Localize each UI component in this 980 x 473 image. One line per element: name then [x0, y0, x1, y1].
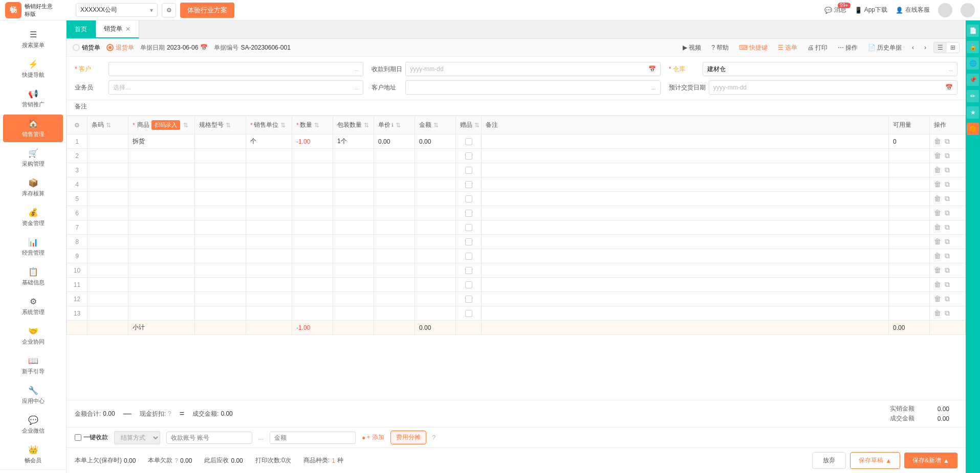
row-product[interactable] [128, 149, 195, 163]
sidebar-item-basic[interactable]: 📋 基础信息 [3, 263, 63, 290]
row-gift[interactable] [456, 263, 482, 278]
row-pkgqty[interactable]: 1个 [333, 134, 374, 149]
row-barcode[interactable] [88, 263, 128, 278]
row-price[interactable]: 0.00 [374, 134, 415, 149]
row-product[interactable] [128, 235, 195, 249]
tab-close-icon[interactable]: ✕ [125, 26, 130, 33]
ops-btn[interactable]: ⋯ 操作 [835, 42, 861, 53]
sidebar-item-marketing[interactable]: 📢 营销推广 [3, 85, 63, 112]
row-gift[interactable] [456, 177, 482, 192]
radio-return[interactable]: 退货单 [106, 43, 134, 52]
row-amount[interactable] [415, 306, 456, 321]
row-unit[interactable] [246, 149, 292, 163]
row-qty[interactable] [292, 263, 333, 278]
sidebar-item-system[interactable]: ⚙ 系统管理 [3, 292, 63, 320]
header-settings[interactable]: ⚙ [67, 116, 88, 134]
view-list-btn[interactable]: ☰ [934, 42, 947, 53]
row-note[interactable] [482, 149, 889, 163]
row-spec[interactable] [195, 263, 246, 278]
row-product[interactable] [128, 306, 195, 321]
row-gift[interactable] [456, 220, 482, 235]
row-note[interactable] [482, 263, 889, 278]
row-amount[interactable] [415, 177, 456, 192]
tab-sales-order[interactable]: 销货单 ✕ [96, 20, 139, 38]
copy-icon[interactable]: ⧉ [945, 295, 950, 303]
gift-checkbox[interactable] [465, 181, 472, 188]
row-qty[interactable] [292, 163, 333, 177]
sidebar-item-purchase[interactable]: 🛒 采购管理 [3, 144, 63, 172]
tab-home[interactable]: 首页 [67, 20, 96, 38]
row-barcode[interactable] [88, 249, 128, 263]
row-barcode[interactable] [88, 306, 128, 321]
select-btn[interactable]: ☰ 选单 [775, 42, 800, 53]
row-spec[interactable] [195, 149, 246, 163]
row-qty[interactable] [292, 278, 333, 292]
row-price[interactable] [374, 220, 415, 235]
row-note[interactable] [482, 206, 889, 220]
row-barcode[interactable] [88, 278, 128, 292]
row-price[interactable] [374, 149, 415, 163]
one-click-checkbox[interactable] [75, 434, 81, 441]
sidebar-item-collab[interactable]: 🤝 企业协同 [3, 322, 63, 350]
row-barcode[interactable] [88, 149, 128, 163]
row-unit[interactable] [246, 263, 292, 278]
row-spec[interactable] [195, 192, 246, 206]
copy-icon[interactable]: ⧉ [945, 166, 950, 174]
gift-checkbox[interactable] [465, 296, 472, 303]
right-panel-btn-7[interactable]: 🟠 [967, 123, 979, 135]
row-amount[interactable] [415, 278, 456, 292]
row-note[interactable] [482, 177, 889, 192]
customer-addr-input[interactable]: ... [405, 80, 660, 95]
row-spec[interactable] [195, 220, 246, 235]
header-qty[interactable]: *数量⇅ [292, 116, 333, 134]
online-support-btn[interactable]: 👤 在线客服 [896, 6, 930, 14]
copy-icon[interactable]: ⧉ [945, 209, 950, 217]
expected-date-input[interactable]: yyyy-mm-dd 📅 [709, 80, 957, 95]
payment-help-icon[interactable]: ? [432, 434, 436, 441]
header-gift[interactable]: 赠品⇅ [456, 116, 482, 134]
row-amount[interactable] [415, 163, 456, 177]
save-new-btn[interactable]: 保存&新增 ▲ [904, 453, 957, 468]
row-price[interactable] [374, 263, 415, 278]
right-panel-btn-2[interactable]: 🔒 [967, 41, 979, 53]
gift-checkbox[interactable] [465, 281, 472, 288]
gift-checkbox[interactable] [465, 267, 472, 274]
row-qty[interactable] [292, 235, 333, 249]
shortcut-btn[interactable]: ⌨ 快捷键 [736, 42, 771, 53]
right-panel-btn-3[interactable]: 🌐 [967, 57, 979, 70]
row-amount[interactable] [415, 220, 456, 235]
app-download-btn[interactable]: 📱 App下载 [855, 6, 887, 14]
row-product[interactable] [128, 163, 195, 177]
row-amount[interactable]: 0.00 [415, 134, 456, 149]
row-gift[interactable] [456, 292, 482, 306]
sidebar-item-finance[interactable]: 💰 资金管理 [3, 204, 63, 231]
settings-icon-btn[interactable]: ⚙ [162, 3, 176, 17]
row-qty[interactable] [292, 306, 333, 321]
row-note[interactable] [482, 249, 889, 263]
gift-checkbox[interactable] [465, 152, 472, 160]
prev-btn[interactable]: ‹ [909, 43, 917, 52]
row-gift[interactable] [456, 249, 482, 263]
delete-icon[interactable]: 🗑 [934, 266, 941, 274]
sidebar-item-apps[interactable]: 🔧 应用中心 [3, 381, 63, 409]
date-value[interactable]: 2023-06-06 [167, 44, 198, 51]
row-product[interactable] [128, 206, 195, 220]
row-product[interactable] [128, 263, 195, 278]
account-input[interactable] [166, 432, 252, 444]
row-unit[interactable] [246, 206, 292, 220]
save-draft-btn[interactable]: 保存草稿 ▲ [850, 452, 900, 469]
gift-checkbox[interactable] [465, 195, 472, 202]
scan-btn[interactable]: 扫码录入 [151, 120, 180, 130]
row-amount[interactable] [415, 149, 456, 163]
sidebar-item-wechat[interactable]: 💬 企业微信 [3, 411, 63, 439]
avatar2[interactable] [961, 3, 975, 17]
row-qty[interactable] [292, 149, 333, 163]
row-gift[interactable] [456, 235, 482, 249]
row-gift[interactable] [456, 163, 482, 177]
header-pkgqty[interactable]: 包装数量⇅ [333, 116, 374, 134]
right-panel-btn-1[interactable]: 📄 [967, 25, 979, 37]
next-btn[interactable]: › [921, 43, 929, 52]
avatar[interactable] [938, 3, 952, 17]
row-price[interactable] [374, 206, 415, 220]
row-barcode[interactable] [88, 134, 128, 149]
